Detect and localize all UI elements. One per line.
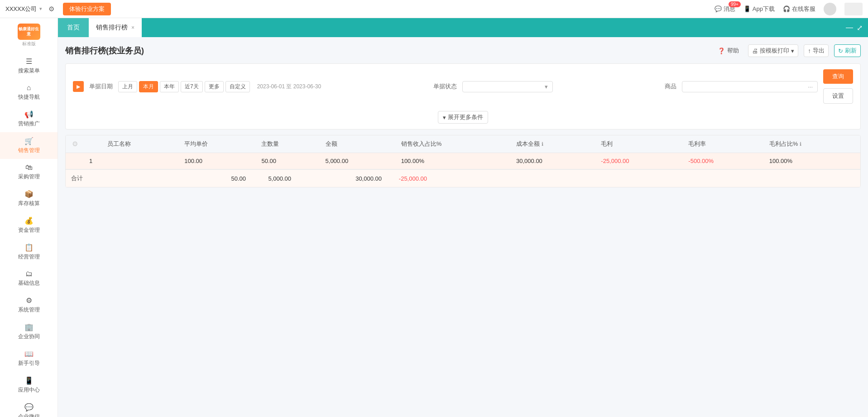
table-wrap: ⚙ 员工名称 平均单价 主数量 全额 销售收入占比% 成本全额	[66, 135, 860, 169]
filter-row-1: ▶ 单据日期 上月 本月 本年 近7天 更多 自定义 2023-06-01 至 …	[73, 69, 853, 104]
tab-close-icon[interactable]: ×	[131, 24, 134, 31]
app-download-button[interactable]: 📱 App下载	[743, 5, 775, 13]
table-settings-button[interactable]: 设置	[823, 88, 853, 104]
th-profit: 毛利	[595, 135, 683, 153]
cost-info-icon[interactable]: ℹ	[542, 141, 543, 147]
status-select[interactable]: ▾	[462, 81, 553, 92]
maximize-icon[interactable]: ⤢	[857, 24, 863, 32]
notification-button[interactable]: 💬 消息 99+	[715, 5, 735, 13]
date-preset-group: 上月 本月 本年 近7天 更多 自定义	[118, 81, 250, 92]
th-settings: ⚙	[66, 135, 84, 153]
preset-last-month[interactable]: 上月	[118, 81, 137, 92]
sidebar-label-basic-info: 基础信息	[18, 279, 40, 287]
logo-image: 畅康通好生意	[18, 24, 40, 40]
sidebar-item-app-center[interactable]: 📱 应用中心	[0, 372, 58, 398]
main-layout: 畅康通好生意 标准版 ☰ 搜索菜单 ⌂ 快捷导航 📢 营销推广 🛒 销售管理 🛍…	[0, 18, 868, 417]
th-cost: 成本全额 ℹ	[511, 135, 595, 153]
tab-sales-ranking[interactable]: 销售排行榜 ×	[89, 18, 142, 37]
preset-this-month[interactable]: 本月	[139, 81, 158, 92]
footer-cost: 30,000.00	[345, 175, 382, 182]
sidebar-label-search: 搜索菜单	[18, 67, 40, 75]
preset-more[interactable]: 更多	[205, 81, 224, 92]
notif-badge: 99+	[729, 1, 741, 7]
sidebar-label-sales: 销售管理	[18, 147, 40, 154]
sidebar-label-quick-nav: 快捷导航	[18, 93, 40, 101]
sidebar-label-app-center: 应用中心	[18, 386, 40, 394]
goods-filter-label: 商品	[665, 82, 676, 91]
th-avg-price: 平均单价	[179, 135, 256, 153]
refresh-icon: ↻	[838, 48, 843, 54]
column-settings-icon[interactable]: ⚙	[72, 140, 78, 148]
th-name: 员工名称	[102, 135, 179, 153]
page-content: 销售排行榜(按业务员) ❓ 帮助 🖨 按模板打印 ▾ ↑	[58, 37, 868, 417]
sidebar-label-inventory: 库存核算	[18, 200, 40, 207]
app-label: App下载	[753, 5, 775, 13]
filter-bar: ▶ 单据日期 上月 本月 本年 近7天 更多 自定义 2023-06-01 至 …	[65, 63, 861, 129]
refresh-button[interactable]: ↻ 刷新	[834, 44, 861, 57]
sidebar: 畅康通好生意 标准版 ☰ 搜索菜单 ⌂ 快捷导航 📢 营销推广 🛒 销售管理 🛍…	[0, 18, 58, 417]
th-profit-pct: 毛利占比% ℹ	[764, 135, 860, 153]
preset-this-year[interactable]: 本年	[160, 81, 179, 92]
expand-row: ▾ 展开更多条件	[73, 107, 853, 124]
sidebar-item-system[interactable]: ⚙ 系统管理	[0, 292, 58, 318]
tab-bar: 首页 销售排行榜 × — ⤢	[58, 18, 868, 37]
query-area: 查询 设置	[823, 69, 853, 104]
status-chevron-icon: ▾	[545, 83, 548, 90]
footer-total-label: 合计	[71, 174, 83, 182]
goods-input[interactable]: ···	[682, 81, 818, 92]
print-button[interactable]: 🖨 按模板打印 ▾	[748, 44, 798, 57]
sidebar-item-sales[interactable]: 🛒 销售管理	[0, 132, 58, 159]
help-button[interactable]: ❓ 帮助	[714, 45, 743, 57]
sidebar-item-enterprise[interactable]: 🏢 企业协同	[0, 318, 58, 345]
sidebar-item-marketing[interactable]: 📢 营销推广	[0, 105, 58, 132]
td-profit: -25,000.00	[595, 153, 683, 169]
export-label: 导出	[813, 47, 825, 55]
sidebar-item-inventory[interactable]: 📦 库存核算	[0, 185, 58, 212]
top-bar: XXXXX公司 ▾ ⚙ 体验行业方案 💬 消息 99+ 📱 App下载 🎧 在线…	[0, 0, 868, 18]
service-label: 在线客服	[792, 5, 815, 13]
sidebar-item-wechat[interactable]: 💬 企业微信	[0, 398, 58, 417]
date-filter-label: 单据日期	[89, 82, 113, 91]
sidebar-item-search[interactable]: ☰ 搜索菜单	[0, 53, 58, 79]
filter-toggle-button[interactable]: ▶	[73, 81, 84, 92]
sidebar-item-basic-info[interactable]: 🗂 基础信息	[0, 265, 58, 292]
company-selector[interactable]: XXXXX公司 ▾	[5, 5, 42, 13]
sidebar-item-operations[interactable]: 📋 经营管理	[0, 239, 58, 265]
settings-button[interactable]: ⚙	[45, 3, 58, 15]
tab-home[interactable]: 首页	[58, 18, 89, 37]
footer-amount: 5,000.00	[255, 175, 291, 182]
minimize-icon[interactable]: —	[846, 24, 853, 32]
home-icon: ⌂	[27, 84, 31, 92]
chevron-down-icon: ▾	[39, 6, 42, 12]
td-cost: 30,000.00	[511, 153, 595, 169]
goods-more-icon[interactable]: ···	[808, 83, 813, 90]
sidebar-label-operations: 经营管理	[18, 253, 40, 261]
td-amount: 5,000.00	[320, 153, 396, 169]
trial-button[interactable]: 体验行业方案	[63, 3, 111, 15]
sidebar-label-marketing: 营销推广	[18, 120, 40, 128]
profit-pct-info-icon[interactable]: ℹ	[800, 141, 801, 147]
preset-custom[interactable]: 自定义	[225, 81, 250, 92]
export-icon: ↑	[808, 48, 811, 54]
table-row: 1 100.00 50.00 5,000.00 100.00% 30,000.0…	[66, 153, 860, 169]
query-button[interactable]: 查询	[823, 69, 853, 84]
sidebar-label-enterprise: 企业协同	[18, 333, 40, 340]
finance-icon: 💰	[24, 216, 34, 225]
avatar[interactable]	[824, 3, 836, 15]
sidebar-label-guide: 新手引导	[18, 359, 40, 367]
expand-more-button[interactable]: ▾ 展开更多条件	[438, 111, 488, 124]
preset-7days[interactable]: 近7天	[181, 81, 203, 92]
td-profit-rate: -500.00%	[683, 153, 763, 169]
purchase-icon: 🛍	[25, 163, 33, 172]
online-service-button[interactable]: 🎧 在线客服	[783, 5, 815, 13]
sidebar-item-guide[interactable]: 📖 新手引导	[0, 345, 58, 372]
inventory-icon: 📦	[24, 190, 34, 198]
refresh-label: 刷新	[845, 47, 857, 55]
page-actions: ❓ 帮助 🖨 按模板打印 ▾ ↑ 导出 ↻	[714, 44, 861, 57]
export-button[interactable]: ↑ 导出	[804, 44, 829, 57]
sidebar-item-quick-nav[interactable]: ⌂ 快捷导航	[0, 79, 58, 105]
sidebar-item-purchase[interactable]: 🛍 采购管理	[0, 159, 58, 185]
sidebar-item-finance[interactable]: 💰 资金管理	[0, 212, 58, 239]
app-icon: 📱	[743, 5, 751, 12]
help-label: 帮助	[727, 47, 739, 55]
